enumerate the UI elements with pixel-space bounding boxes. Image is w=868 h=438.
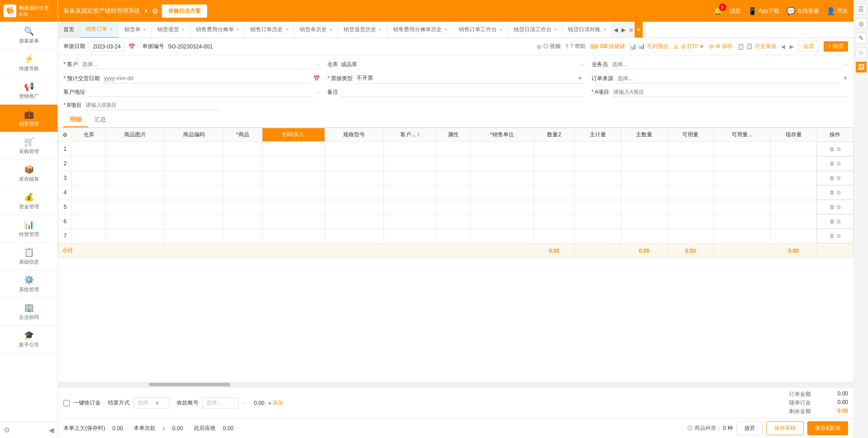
row-1-product-code[interactable] bbox=[165, 142, 223, 157]
sidebar-item-finance[interactable]: 💰 资金管理 bbox=[0, 188, 58, 215]
toolbar-nav-next[interactable]: ▶ bbox=[790, 43, 794, 50]
notice-item[interactable]: 🔔 9 消息 bbox=[713, 7, 741, 15]
row-6-pc[interactable] bbox=[165, 214, 223, 229]
row-5-pc[interactable] bbox=[165, 200, 223, 214]
tab-close-sales-return[interactable]: × bbox=[143, 27, 146, 32]
row-5-su[interactable] bbox=[470, 200, 534, 214]
row-6-p[interactable] bbox=[223, 214, 262, 229]
sidebar-item-search[interactable]: 🔍 搜索菜单 bbox=[0, 22, 58, 49]
toolbar-profit-btn[interactable]: 📊 📊 毛利预估 bbox=[630, 43, 668, 50]
row-2-main-qty[interactable] bbox=[621, 156, 667, 171]
row-2-qty2[interactable] bbox=[534, 156, 575, 171]
tab-close-sales-order[interactable]: × bbox=[110, 27, 113, 32]
row-3-su[interactable] bbox=[470, 171, 534, 185]
row-1-attributes[interactable] bbox=[436, 142, 470, 157]
row-5-pi[interactable] bbox=[106, 200, 164, 214]
tab-fee-history[interactable]: 销售费用分摊单历史 × bbox=[388, 22, 453, 38]
row-6-su[interactable] bbox=[470, 214, 534, 229]
sidebar-item-inventory[interactable]: 📦 库存核算 bbox=[0, 160, 58, 188]
row-3-pc[interactable] bbox=[165, 171, 223, 185]
row-6-copy-icon[interactable]: ⧉ bbox=[837, 218, 841, 225]
a-project-input[interactable] bbox=[612, 87, 848, 97]
row-3-warehouse[interactable] bbox=[72, 171, 106, 185]
row-5-av[interactable] bbox=[667, 200, 713, 214]
row-4-mq[interactable] bbox=[621, 185, 667, 200]
row-2-warehouse[interactable] bbox=[72, 156, 106, 171]
row-1-warehouse[interactable] bbox=[72, 142, 106, 157]
delivery-date-input[interactable] bbox=[102, 74, 310, 83]
row-5-mq[interactable] bbox=[621, 200, 667, 214]
delivery-calendar-icon[interactable]: 📅 bbox=[313, 75, 320, 82]
row-4-su[interactable] bbox=[470, 185, 534, 200]
right-btn-edit[interactable]: ✎ bbox=[856, 33, 867, 43]
right-btn-circle[interactable]: ◎ bbox=[856, 18, 867, 29]
toolbar-shortcut-btn[interactable]: ⌨ ⌨ 快捷键 bbox=[590, 43, 625, 50]
sidebar-item-corp[interactable]: 🏢 企业协同 bbox=[0, 298, 58, 326]
row-4-copy-icon[interactable]: ⧉ bbox=[837, 189, 841, 196]
sidebar-collapse-icon[interactable]: ◀ bbox=[48, 426, 54, 434]
row-5-warehouse[interactable] bbox=[72, 200, 106, 214]
tab-refund-history[interactable]: 销货退货历史 × bbox=[338, 22, 388, 38]
row-1-available[interactable] bbox=[667, 142, 713, 157]
row-3-av2[interactable] bbox=[714, 171, 771, 185]
row-6-q2[interactable] bbox=[534, 214, 575, 229]
col-settings[interactable]: ⚙ bbox=[58, 128, 72, 142]
tab-detail[interactable]: 明细 bbox=[63, 113, 88, 127]
row-1-main-qty[interactable] bbox=[621, 142, 667, 157]
row-3-pi[interactable] bbox=[106, 171, 164, 185]
tab-menu-nav[interactable]: ≡ bbox=[627, 22, 635, 38]
sidebar-item-guide[interactable]: 🎓 新手引导 bbox=[0, 326, 58, 353]
order-source-input[interactable] bbox=[616, 74, 840, 83]
sidebar-settings-icon[interactable]: ⚙ bbox=[4, 426, 10, 434]
row-6-warehouse[interactable] bbox=[72, 214, 106, 229]
row-2-current-stock[interactable] bbox=[771, 156, 817, 171]
row-2-sales-unit[interactable] bbox=[470, 156, 534, 171]
payment-method-select[interactable]: 选择... ▼ bbox=[133, 397, 170, 409]
toolbar-view-btn[interactable]: ◎ ◎ 视频 bbox=[537, 43, 561, 50]
row-2-product-code[interactable] bbox=[165, 156, 223, 171]
row-1-current-stock[interactable] bbox=[771, 142, 817, 157]
row-6-delete-icon[interactable]: 🗑 bbox=[829, 218, 835, 225]
sidebar-item-sales[interactable]: 💼 销售管理 bbox=[0, 105, 58, 132]
row-4-spec[interactable] bbox=[325, 185, 383, 200]
tab-receivable-reconcile[interactable]: 钱贷日清对账 × bbox=[563, 22, 612, 38]
tab-next-nav[interactable]: ▶ bbox=[620, 22, 627, 38]
row-5-av2[interactable] bbox=[714, 200, 771, 214]
right-btn-list[interactable]: ☰ bbox=[856, 4, 867, 14]
row-7-su[interactable] bbox=[470, 229, 534, 244]
toolbar-help-btn[interactable]: ? ? 帮助 bbox=[565, 43, 586, 50]
address-more-icon[interactable]: ··· bbox=[315, 89, 320, 96]
row-6-cs[interactable] bbox=[771, 214, 817, 229]
address-input[interactable] bbox=[88, 87, 313, 97]
row-6-mu[interactable] bbox=[575, 214, 621, 229]
add-material-button[interactable]: + 物流 bbox=[824, 41, 848, 52]
row-3-q2[interactable] bbox=[534, 171, 575, 185]
col-scan-input[interactable]: 扫码录入 bbox=[262, 128, 325, 142]
row-6-s[interactable] bbox=[262, 214, 325, 229]
solution-button[interactable]: 体验行业方案 bbox=[162, 5, 207, 18]
row-7-mq[interactable] bbox=[621, 229, 667, 244]
row-6-pi[interactable] bbox=[106, 214, 164, 229]
row-4-mu[interactable] bbox=[575, 185, 621, 200]
note-input[interactable] bbox=[341, 87, 584, 97]
row-4-s[interactable] bbox=[262, 185, 325, 200]
bank-more-icon[interactable]: ··· bbox=[242, 400, 247, 406]
b-project-input[interactable] bbox=[84, 101, 220, 110]
tab-close-all-nav[interactable]: ✕ bbox=[635, 22, 643, 38]
sidebar-item-system[interactable]: ⚙️ 系统管理 bbox=[0, 270, 58, 298]
calendar-icon[interactable]: 📅 bbox=[128, 43, 135, 50]
row-5-attr[interactable] bbox=[436, 200, 470, 214]
row-7-copy-icon[interactable]: ⧉ bbox=[837, 233, 841, 239]
sidebar-item-marketing[interactable]: 📢 营销推广 bbox=[0, 77, 58, 105]
add-payment-btn[interactable]: ● 添加 bbox=[268, 399, 283, 407]
row-2-attributes[interactable] bbox=[436, 156, 470, 171]
row-3-cs[interactable] bbox=[771, 171, 817, 185]
row-5-cs[interactable] bbox=[771, 200, 817, 214]
row-1-sales-unit[interactable] bbox=[470, 142, 534, 157]
tab-sales-fee-split[interactable]: 销售费用分摊单 × bbox=[190, 22, 245, 38]
tab-close-refund-history[interactable]: × bbox=[379, 27, 382, 32]
row-7-pc[interactable] bbox=[165, 229, 223, 244]
tab-sales-order-history[interactable]: 销售订单历史 × bbox=[245, 22, 294, 38]
row-4-warehouse[interactable] bbox=[72, 185, 106, 200]
row-4-av[interactable] bbox=[667, 185, 713, 200]
